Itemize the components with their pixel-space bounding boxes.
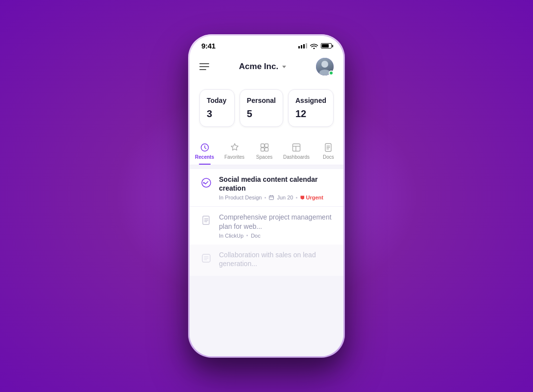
task-icon-1	[199, 176, 213, 190]
tab-favorites[interactable]: Favorites	[219, 143, 249, 165]
item-1-location: In Product Design	[219, 195, 262, 200]
task-icon-3	[199, 251, 213, 265]
status-time: 9:41	[201, 42, 216, 50]
user-avatar[interactable]	[316, 58, 334, 75]
online-status-dot	[329, 71, 334, 75]
today-value: 3	[207, 108, 227, 120]
dashboard-icon	[291, 143, 301, 152]
tab-docs[interactable]: Docs	[314, 143, 343, 165]
chevron-down-icon	[282, 66, 286, 68]
dashboards-tab-label: Dashboards	[283, 154, 310, 160]
tab-spaces[interactable]: Spaces	[249, 143, 279, 165]
today-label: Today	[207, 97, 227, 104]
item-2-title: Comprehensive project management plan fo…	[219, 213, 334, 230]
item-2-type: Doc	[251, 233, 261, 239]
svg-rect-1	[261, 144, 264, 147]
svg-point-8	[203, 182, 205, 184]
item-1-meta: In Product Design Jun 20 Ur	[219, 195, 334, 200]
svg-rect-5	[293, 144, 300, 151]
svg-rect-2	[265, 144, 268, 147]
tab-dashboards[interactable]: Dashboards	[279, 143, 314, 165]
signal-icon	[298, 43, 307, 49]
svg-rect-3	[261, 148, 264, 151]
svg-rect-4	[265, 148, 268, 151]
docs-icon	[323, 143, 333, 152]
assigned-card[interactable]: Assigned 12	[288, 89, 334, 127]
phone-screen: 9:41	[190, 36, 343, 356]
phone-frame: 9:41	[188, 34, 345, 358]
workspace-selector[interactable]: Acme Inc.	[239, 62, 286, 72]
spaces-tab-label: Spaces	[256, 154, 272, 160]
menu-button[interactable]	[199, 63, 209, 70]
item-3-title: Collaboration with sales on lead generat…	[219, 250, 334, 268]
recents-list: Social media content calendar creation I…	[190, 165, 343, 356]
today-card[interactable]: Today 3	[199, 89, 235, 127]
tab-recents[interactable]: Recents	[190, 143, 219, 165]
item-1-content: Social media content calendar creation I…	[219, 175, 334, 200]
personal-label: Personal	[247, 97, 276, 104]
personal-value: 5	[247, 108, 276, 120]
item-2-meta: In ClickUp Doc	[219, 233, 334, 239]
item-2-content: Comprehensive project management plan fo…	[219, 213, 334, 238]
workspace-name: Acme Inc.	[239, 62, 278, 72]
item-2-location: In ClickUp	[219, 233, 243, 239]
battery-icon	[321, 43, 332, 49]
docs-tab-label: Docs	[323, 154, 334, 160]
recents-tab-label: Recents	[195, 154, 214, 160]
stats-section: Today 3 Personal 5 Assigned 12	[190, 81, 343, 137]
star-icon	[230, 143, 240, 152]
assigned-value: 12	[295, 108, 326, 120]
calendar-icon	[269, 195, 274, 200]
wifi-icon	[310, 43, 318, 49]
urgent-label: Urgent	[306, 195, 323, 200]
list-item[interactable]: Comprehensive project management plan fo…	[190, 207, 343, 244]
item-1-date: Jun 20	[277, 195, 293, 200]
urgent-badge: Urgent	[300, 195, 323, 200]
item-1-title: Social media content calendar creation	[219, 175, 334, 193]
assigned-label: Assigned	[295, 97, 326, 104]
svg-rect-9	[269, 196, 274, 200]
status-bar: 9:41	[190, 36, 343, 54]
item-3-content: Collaboration with sales on lead generat…	[219, 250, 334, 270]
list-item[interactable]: Social media content calendar creation I…	[190, 169, 343, 207]
fade-overlay	[190, 317, 343, 356]
app-header: Acme Inc.	[190, 54, 343, 81]
spaces-icon	[260, 143, 269, 152]
clock-icon	[200, 143, 210, 152]
nav-tabs: Recents Favorites Spaces	[190, 137, 343, 165]
main-content: Today 3 Personal 5 Assigned 12	[190, 81, 343, 356]
doc-icon-2	[199, 214, 213, 227]
favorites-tab-label: Favorites	[224, 154, 244, 160]
status-icons	[298, 43, 332, 49]
list-item[interactable]: Collaboration with sales on lead generat…	[190, 245, 343, 276]
personal-card[interactable]: Personal 5	[240, 89, 283, 127]
